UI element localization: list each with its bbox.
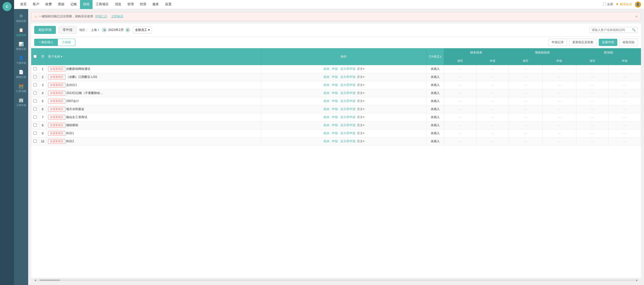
op-set-zero-7[interactable]: 设为零申报 xyxy=(340,115,355,119)
nav-business[interactable]: 工商项目 xyxy=(93,0,112,9)
op-more-4[interactable]: 更多▾ xyxy=(357,91,365,95)
nav-home[interactable]: 首页 xyxy=(17,0,30,9)
op-declare-2[interactable]: 申报 xyxy=(332,75,338,79)
op-set-zero-5[interactable]: 设为零申报 xyxy=(340,99,355,103)
row-checkbox-5[interactable] xyxy=(33,99,37,103)
op-set-zero-8[interactable]: 设为零申报 xyxy=(340,123,355,127)
row-select-9[interactable] xyxy=(31,129,39,137)
row-checkbox-7[interactable] xyxy=(33,115,37,119)
row-checkbox-6[interactable] xyxy=(33,107,37,111)
op-more-8[interactable]: 更多▾ xyxy=(357,123,365,127)
op-declare-8[interactable]: 申报 xyxy=(332,123,338,127)
op-tax-form-10[interactable]: 税表 xyxy=(324,139,330,143)
fullscreen-button[interactable]: ⛶ 全屏 xyxy=(603,2,613,7)
tab-general-taxpayer[interactable]: 一般的税人 xyxy=(34,39,58,46)
op-set-zero-10[interactable]: 设为零申报 xyxy=(340,139,355,143)
user-avatar[interactable]: 👤 xyxy=(635,2,641,8)
op-set-zero-9[interactable]: 设为零申报 xyxy=(340,131,355,135)
row-checkbox-9[interactable] xyxy=(33,131,37,135)
nav-messages[interactable]: 消息 xyxy=(112,0,124,9)
row-select-5[interactable] xyxy=(31,97,39,105)
staff-selector[interactable]: 全部员工 ▾ xyxy=(133,27,152,33)
op-declare-4[interactable]: 申报 xyxy=(332,91,338,95)
row-select-6[interactable] xyxy=(31,105,39,113)
update-button[interactable]: 更新税定及取数 xyxy=(569,39,597,46)
date-prev-button[interactable]: ◀ xyxy=(102,27,107,32)
op-more-3[interactable]: 更多▾ xyxy=(357,83,365,87)
sidebar-item-tax-settings[interactable]: ⚙ 报税设置 xyxy=(14,11,28,25)
search-icon[interactable]: 🔍 xyxy=(632,28,636,32)
op-declare-1[interactable]: 申报 xyxy=(332,67,338,71)
op-set-zero-2[interactable]: 设为零申报 xyxy=(340,75,355,79)
records-button[interactable]: 申报记录 xyxy=(548,39,567,46)
tab-zero-declaration[interactable]: 零申报 xyxy=(58,26,77,34)
op-set-zero-3[interactable]: 设为零申报 xyxy=(340,83,355,87)
search-input[interactable] xyxy=(592,28,632,32)
op-tax-form-1[interactable]: 税表 xyxy=(324,67,330,71)
row-select-1[interactable] xyxy=(31,65,39,73)
nav-settings[interactable]: 设置 xyxy=(162,0,175,9)
scroll-left-button[interactable]: ◀ xyxy=(33,279,37,281)
row-checkbox-4[interactable] xyxy=(33,91,37,94)
row-select-7[interactable] xyxy=(31,113,39,121)
op-tax-form-8[interactable]: 税表 xyxy=(324,123,330,127)
op-declare-10[interactable]: 申报 xyxy=(332,139,338,143)
retrieve-button[interactable]: 收取回执 xyxy=(619,39,638,46)
tab-small-scale[interactable]: 小规模 xyxy=(58,39,75,46)
row-checkbox-1[interactable] xyxy=(33,67,37,70)
op-declare-5[interactable]: 申报 xyxy=(332,99,338,103)
sidebar-item-calc-clear[interactable]: 🧮 汇算清缴 xyxy=(14,81,28,95)
row-select-10[interactable] xyxy=(31,137,39,146)
op-tax-form-9[interactable]: 税表 xyxy=(324,131,330,135)
op-tax-form-5[interactable]: 税表 xyxy=(324,99,330,103)
op-declare-7[interactable]: 申报 xyxy=(332,115,338,119)
op-declare-3[interactable]: 申报 xyxy=(332,83,338,87)
row-checkbox-8[interactable] xyxy=(33,123,37,127)
nav-operations[interactable]: 经营 xyxy=(137,0,149,9)
row-select-8[interactable] xyxy=(31,121,39,129)
op-tax-form-6[interactable]: 税表 xyxy=(324,107,330,111)
op-tax-form-7[interactable]: 税表 xyxy=(324,115,330,119)
op-more-5[interactable]: 更多▾ xyxy=(357,99,365,103)
sidebar-item-business-report[interactable]: 🏢 工商年报 xyxy=(14,95,28,109)
op-tax-form-3[interactable]: 税表 xyxy=(324,83,330,87)
batch-declare-button[interactable]: 批量申报 xyxy=(599,39,617,46)
nav-service[interactable]: 服务 xyxy=(149,0,162,9)
row-checkbox-2[interactable] xyxy=(33,75,37,78)
banner-close-button[interactable]: ✕ xyxy=(635,15,638,18)
op-set-zero-1[interactable]: 设为零申报 xyxy=(340,67,355,71)
horizontal-scrollbar[interactable]: ◀ ▶ xyxy=(31,278,641,282)
nav-tax[interactable]: 报税 xyxy=(80,0,93,9)
nav-management[interactable]: 管理 xyxy=(124,0,137,9)
op-more-7[interactable]: 更多▾ xyxy=(357,115,365,119)
op-more-10[interactable]: 更多▾ xyxy=(357,139,365,143)
op-more-1[interactable]: 更多▾ xyxy=(357,67,365,71)
op-set-zero-6[interactable]: 设为零申报 xyxy=(340,107,355,111)
date-next-button[interactable]: ▶ xyxy=(125,27,130,32)
scroll-thumb[interactable] xyxy=(40,279,60,281)
op-more-9[interactable]: 更多▾ xyxy=(357,131,365,135)
nav-invoice[interactable]: 票据 xyxy=(55,0,67,9)
nav-bookkeeping[interactable]: 记账 xyxy=(67,0,80,9)
upgrade-button[interactable]: ▶ 畅享会员 xyxy=(616,2,632,7)
op-more-2[interactable]: 更多▾ xyxy=(357,75,365,79)
op-tax-form-4[interactable]: 税表 xyxy=(324,91,330,95)
scroll-right-button[interactable]: ▶ xyxy=(635,279,639,281)
op-tax-form-2[interactable]: 税表 xyxy=(324,75,330,79)
op-declare-6[interactable]: 申报 xyxy=(332,107,338,111)
sidebar-item-tax-records[interactable]: 📄 报税记录 xyxy=(14,67,28,81)
nav-billing[interactable]: 收费 xyxy=(42,0,55,9)
banner-link-summary[interactable]: 申报汇总 xyxy=(95,14,107,19)
row-select-2[interactable] xyxy=(31,73,39,81)
sidebar-item-batch-tax[interactable]: 📋 批量报税 xyxy=(14,25,28,39)
nav-clients[interactable]: 客户 xyxy=(30,0,42,9)
op-declare-9[interactable]: 申报 xyxy=(332,131,338,135)
tab-tax-declaration[interactable]: 税款申报 xyxy=(34,26,56,34)
row-select-4[interactable] xyxy=(31,89,39,97)
sort-icon[interactable]: ▾ xyxy=(61,55,62,58)
select-all-checkbox[interactable] xyxy=(33,55,37,58)
row-checkbox-10[interactable] xyxy=(33,139,37,143)
banner-link-buy[interactable]: 立即购买 xyxy=(111,14,123,19)
op-set-zero-4[interactable]: 设为零申报 xyxy=(340,91,355,95)
scroll-track[interactable] xyxy=(37,279,635,281)
